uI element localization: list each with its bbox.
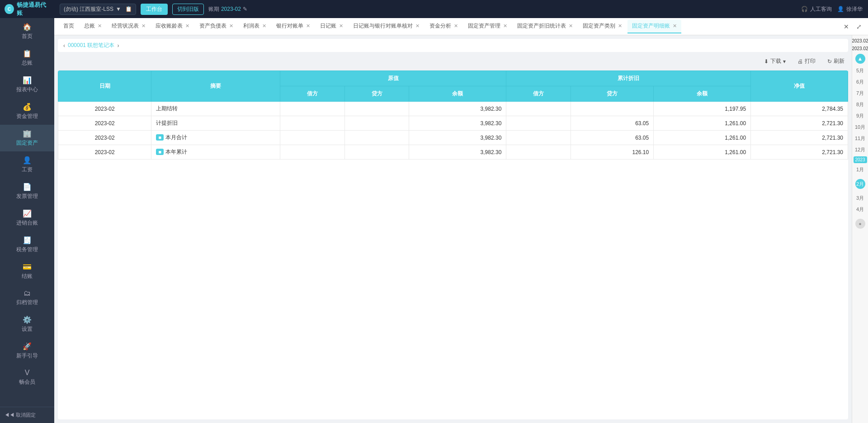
right-panel-up-btn[interactable]: ▲	[855, 54, 865, 64]
tab-fund[interactable]: 资金分析✕	[425, 19, 462, 33]
breadcrumb-next-btn[interactable]: ›	[117, 42, 119, 49]
print-button[interactable]: 🖨 打印	[794, 56, 819, 67]
fixed-icon: 🏢	[23, 129, 32, 138]
tab-label-receivable: 应收账龄表	[156, 22, 183, 30]
topbar-right: 🎧 人工客询 👤 徐泽华	[801, 5, 863, 13]
tab-fixed-detail[interactable]: 固定资产明细账✕	[627, 19, 681, 33]
tab-bank[interactable]: 银行对账单✕	[272, 19, 315, 33]
right-panel-date-top2: 2023.02	[852, 45, 868, 52]
sidebar-item-guide[interactable]: 🚀 新手引导	[0, 338, 54, 364]
tab-label-fixed-deprec: 固定资产折旧统计表	[517, 22, 566, 30]
tab-business[interactable]: 经营状况表✕	[107, 19, 150, 33]
sidebar-item-home[interactable]: 🏠 首页	[0, 18, 54, 45]
tab-close-assets[interactable]: ✕	[229, 23, 233, 29]
right-panel-item-11[interactable]: 3月	[853, 193, 867, 204]
tab-journal-bank[interactable]: 日记账与银行对账单核对✕	[349, 19, 424, 33]
close-all-tabs-btn[interactable]: ✕	[842, 21, 851, 32]
fund-icon: 💰	[23, 103, 32, 111]
workbench-button[interactable]: 工作台	[141, 4, 168, 15]
tab-ledger[interactable]: 总账✕	[80, 19, 106, 33]
cell-lj-balance-2: 1,261.00	[654, 131, 751, 145]
sidebar-item-member[interactable]: V 畅会员	[0, 364, 54, 390]
tab-close-ledger[interactable]: ✕	[98, 23, 102, 29]
sidebar-label-archive: 归档管理	[16, 299, 38, 306]
sidebar-item-report[interactable]: 📊 报表中心	[0, 71, 54, 98]
company-dropdown-icon: ▼	[116, 6, 121, 12]
download-dropdown-icon: ▾	[783, 58, 786, 65]
user-menu[interactable]: 👤 徐泽华	[837, 5, 863, 13]
right-panel-item-6[interactable]: 11月	[853, 133, 867, 144]
right-panel-item-7[interactable]: 12月	[853, 144, 867, 155]
expand-tab-btn[interactable]: ⤢	[854, 21, 863, 32]
breadcrumb-link[interactable]: 000001 联想笔记本	[68, 42, 114, 49]
tab-close-fixed-detail[interactable]: ✕	[673, 23, 677, 29]
sidebar-item-fixed[interactable]: 🏢 固定资产	[0, 125, 54, 151]
sidebar-unpin-btn[interactable]: ◀◀ 取消固定	[0, 407, 54, 423]
tab-assets[interactable]: 资产负债表✕	[195, 19, 238, 33]
company-name: (勿动) 江西服室-LSS	[64, 5, 113, 13]
right-panel-item-0[interactable]: 5月	[853, 65, 867, 76]
sidebar-item-ledger[interactable]: 📋 总账	[0, 45, 54, 71]
sidebar-label-settle: 结账	[22, 273, 33, 280]
sidebar-item-fund[interactable]: 💰 资金管理	[0, 98, 54, 125]
sidebar-item-settings[interactable]: ⚙️ 设置	[0, 311, 54, 338]
tab-journal[interactable]: 日记账✕	[316, 19, 348, 33]
app-logo: C 畅捷通易代账	[0, 0, 54, 18]
company-selector[interactable]: (勿动) 江西服室-LSS ▼ 📋	[60, 4, 136, 15]
period-edit-icon[interactable]: ✎	[243, 6, 247, 12]
right-panel-item-9[interactable]: 1月	[853, 164, 867, 175]
sidebar-item-invoice[interactable]: 📄 发票管理	[0, 178, 54, 205]
copy-icon[interactable]: 📋	[125, 6, 132, 12]
right-panel-item-13[interactable]: ●	[853, 215, 867, 232]
support-btn[interactable]: 🎧 人工客询	[801, 5, 832, 13]
cell-yz-credit-0	[344, 102, 409, 116]
sidebar-item-archive[interactable]: 🗂 归档管理	[0, 285, 54, 311]
right-time-panel: 2023.02 2023.02 ▲ 5月6月7月8月9月10月11月12月202…	[852, 35, 868, 423]
table-row: 2023-02 计提折旧 3,982.30 63.05 1,261.00 2,7…	[58, 116, 848, 131]
right-panel-item-1[interactable]: 6月	[853, 76, 867, 88]
right-panel-item-5[interactable]: 10月	[853, 122, 867, 133]
sidebar-item-payroll[interactable]: 👤 工资	[0, 151, 54, 178]
cell-yz-balance-0: 3,982.30	[409, 102, 506, 116]
right-panel-item-10[interactable]: 2月	[853, 175, 867, 193]
tab-close-business[interactable]: ✕	[142, 23, 146, 29]
right-panel-item-2[interactable]: 7月	[853, 88, 867, 99]
tab-close-profit[interactable]: ✕	[262, 23, 266, 29]
tab-close-fixed-type[interactable]: ✕	[618, 23, 622, 29]
tab-close-fixed-deprec[interactable]: ✕	[569, 23, 573, 29]
tab-close-bank[interactable]: ✕	[306, 23, 310, 29]
payroll-icon: 👤	[23, 156, 32, 164]
tab-close-fixed-mgmt[interactable]: ✕	[503, 23, 507, 29]
tab-home[interactable]: 首页	[59, 19, 79, 33]
refresh-button[interactable]: ↻ 刷新	[824, 56, 848, 67]
breadcrumb-prev-btn[interactable]: ‹	[63, 42, 65, 49]
tab-close-journal[interactable]: ✕	[339, 23, 343, 29]
cell-desc-1: 计提折旧	[151, 116, 280, 131]
tab-close-receivable[interactable]: ✕	[185, 23, 189, 29]
right-panel-item-8[interactable]: 2023	[854, 156, 867, 163]
cell-lj-credit-1: 63.05	[571, 116, 654, 131]
right-panel-active-month[interactable]: 2月	[855, 179, 865, 189]
sidebar-label-report: 报表中心	[16, 86, 38, 94]
cell-lj-credit-0	[571, 102, 654, 116]
tab-profit[interactable]: 利润表✕	[239, 19, 271, 33]
tab-receivable[interactable]: 应收账龄表✕	[151, 19, 194, 33]
sidebar-item-tax[interactable]: 🧾 税务管理	[0, 231, 54, 258]
right-panel-item-4[interactable]: 9月	[853, 110, 867, 122]
tab-fixed-mgmt[interactable]: 固定资产管理✕	[463, 19, 512, 33]
col-yuanzhi-debit: 借方	[280, 86, 344, 102]
right-panel-item-12[interactable]: 4月	[853, 204, 867, 215]
tab-close-fund[interactable]: ✕	[454, 23, 458, 29]
cell-yz-debit-0	[280, 102, 344, 116]
col-net: 净值	[751, 71, 848, 102]
tab-fixed-type[interactable]: 固定资产类别✕	[578, 19, 627, 33]
sidebar-item-sales[interactable]: 📈 进销台账	[0, 205, 54, 231]
switch-version-button[interactable]: 切到旧版	[172, 4, 204, 15]
right-panel-item-3[interactable]: 8月	[853, 99, 867, 110]
right-panel-circle-btn[interactable]: ●	[855, 219, 865, 229]
download-button[interactable]: ⬇ 下载 ▾	[760, 56, 789, 67]
sidebar-label-home: 首页	[22, 33, 33, 40]
tab-fixed-deprec[interactable]: 固定资产折旧统计表✕	[513, 19, 577, 33]
sidebar-item-settle[interactable]: 💳 结账	[0, 258, 54, 285]
tab-close-journal-bank[interactable]: ✕	[415, 23, 420, 29]
